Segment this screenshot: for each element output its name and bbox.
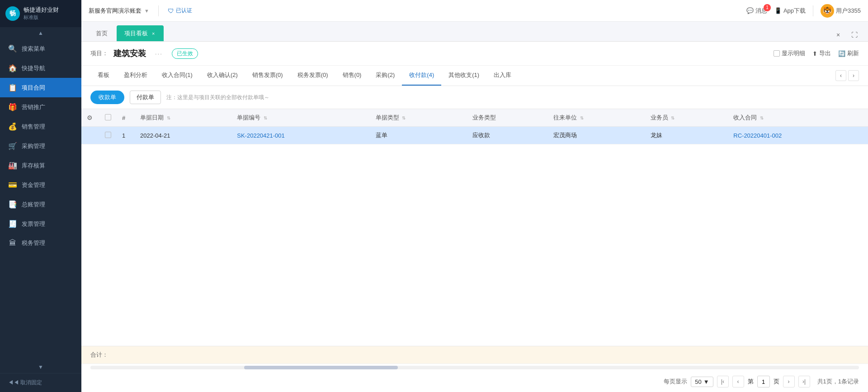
contract-icon: 📋 [8, 83, 17, 92]
export-btn[interactable]: ⬆ 导出 [812, 49, 831, 57]
project-header-actions: 显示明细 ⬆ 导出 🔄 刷新 [774, 49, 859, 57]
sidebar-item-contract[interactable]: 📋 项目合同 [0, 78, 81, 97]
prev-page-btn[interactable]: ‹ [732, 376, 744, 387]
subtab-income-contract[interactable]: 收入合同(1) [155, 66, 200, 86]
window-maximize-btn[interactable]: ⛶ [848, 29, 861, 41]
data-table: ⚙ # 单据日期 ⇅ 单据编号 [81, 109, 868, 144]
td-date: 2022-04-21 [135, 127, 231, 144]
first-page-icon: |‹ [721, 378, 724, 385]
sidebar-item-invoice[interactable]: 🧾 发票管理 [0, 214, 81, 234]
td-partner: 宏茂商场 [548, 127, 645, 144]
subtab-sales-invoice[interactable]: 销售发票(0) [245, 66, 290, 86]
pagination: 每页显示 50 ▼ |‹ ‹ 第 1 页 › [81, 371, 868, 392]
total-row: 合计： [81, 346, 868, 363]
search-icon: 🔍 [8, 44, 17, 53]
table-row: 1 2022-04-21 SK-20220421-001 蓝单 [81, 127, 868, 144]
project-name: 建筑安装 [113, 48, 146, 59]
td-code[interactable]: SK-20220421-001 [231, 127, 370, 144]
page-size-select[interactable]: 50 ▼ [691, 377, 713, 387]
th-date[interactable]: 单据日期 ⇅ [135, 109, 231, 127]
finance-icon: 💳 [8, 181, 17, 189]
topbar-divider2 [813, 5, 813, 16]
sidebar-item-tax[interactable]: 🏛 税务管理 [0, 234, 81, 253]
sidebar-item-sales[interactable]: 💰 销售管理 [0, 117, 81, 136]
tab-close-icon[interactable]: × [151, 30, 156, 37]
last-page-icon: ›| [802, 378, 806, 385]
th-partner[interactable]: 往来单位 ⇅ [548, 109, 645, 127]
project-more-btn[interactable]: ··· [155, 50, 163, 57]
scroll-up-btn[interactable]: ▲ [34, 29, 47, 37]
income-contract-link[interactable]: RC-20220401-002 [733, 132, 782, 139]
th-type[interactable]: 单据类型 ⇅ [370, 109, 467, 127]
tab-home[interactable]: 首页 [89, 26, 115, 41]
topbar: 新服务官网演示账套 ▼ 🛡 已认证 💬 消息 1 📱 App下载 🐯 用户335… [81, 0, 868, 22]
subtab-inout[interactable]: 出入库 [486, 66, 519, 86]
document-link[interactable]: SK-20220421-001 [237, 132, 285, 139]
subtab-receipt[interactable]: 收付款(4) [402, 66, 441, 86]
sidebar-item-inventory[interactable]: 🏭 库存核算 [0, 156, 81, 175]
subtab-prev-btn[interactable]: ‹ [835, 70, 846, 81]
shield-icon: 🛡 [168, 7, 174, 14]
subtab-income-confirm[interactable]: 收入确认(2) [200, 66, 245, 86]
window-close-btn[interactable]: × [832, 29, 844, 41]
sidebar-title: 畅捷通好业财 [24, 6, 59, 14]
sidebar-unpin-btn[interactable]: ◀◀ 取消固定 [0, 373, 81, 392]
table-header-row: ⚙ # 单据日期 ⇅ 单据编号 [81, 109, 868, 127]
message-btn[interactable]: 💬 消息 1 [746, 7, 767, 15]
row-checkbox[interactable] [105, 132, 111, 138]
scrollbar-thumb[interactable] [244, 366, 398, 369]
prev-page-icon: ‹ [737, 378, 739, 385]
show-detail-checkbox[interactable] [774, 50, 780, 57]
td-checkbox[interactable] [99, 127, 117, 144]
sidebar-item-search[interactable]: 🔍 搜索菜单 [0, 39, 81, 58]
subtab-sales[interactable]: 销售(0) [335, 66, 369, 86]
scrollbar-area [81, 363, 868, 371]
subtab-tax-invoice[interactable]: 税务发票(0) [290, 66, 335, 86]
td-type: 蓝单 [370, 127, 467, 144]
sidebar-scroll-down[interactable]: ▼ [0, 361, 81, 373]
td-num: 1 [117, 127, 135, 144]
ledger-icon: 📑 [8, 200, 17, 209]
user-avatar: 🐯 [821, 4, 834, 18]
settings-icon[interactable]: ⚙ [87, 114, 93, 121]
user-menu[interactable]: 🐯 用户3355 [821, 4, 861, 18]
sidebar-item-purchase[interactable]: 🛒 采购管理 [0, 136, 81, 156]
current-page-input[interactable]: 1 [757, 376, 770, 387]
next-page-btn[interactable]: › [783, 376, 795, 387]
scroll-down-btn[interactable]: ▼ [34, 363, 47, 371]
subtab-profit[interactable]: 盈利分析 [117, 66, 155, 86]
first-page-btn[interactable]: |‹ [717, 376, 729, 387]
last-page-btn[interactable]: ›| [798, 376, 810, 387]
sidebar-logo: 畅 [5, 6, 20, 21]
subtab-next-btn[interactable]: › [848, 70, 859, 81]
td-row-settings [81, 127, 99, 144]
type-sort-icon: ⇅ [402, 115, 406, 120]
th-code[interactable]: 单据编号 ⇅ [231, 109, 370, 127]
content-area: 项目： 建筑安装 ··· 已生效 显示明细 ⬆ 导出 🔄 刷新 [81, 42, 868, 392]
refresh-btn[interactable]: 🔄 刷新 [838, 49, 859, 57]
subtab-kanban[interactable]: 看板 [90, 66, 117, 86]
sidebar-item-finance[interactable]: 💳 资金管理 [0, 175, 81, 195]
tab-project-board[interactable]: 项目看板 × [117, 25, 164, 41]
subtab-other[interactable]: 其他收支(1) [441, 66, 486, 86]
project-label: 项目： [90, 49, 108, 57]
sidebar-header: 畅 畅捷通好业财 标准版 [0, 0, 81, 27]
th-salesperson[interactable]: 业务员 ⇅ [645, 109, 728, 127]
app-download-btn[interactable]: 📱 App下载 [774, 7, 806, 15]
tab-bar: 首页 项目看板 × × ⛶ [81, 22, 868, 42]
th-settings[interactable]: ⚙ [81, 109, 99, 127]
scrollbar-track[interactable] [90, 366, 859, 369]
th-income-contract[interactable]: 收入合同 ⇅ [728, 109, 868, 127]
receipt-btn[interactable]: 收款单 [90, 91, 124, 104]
sidebar-scroll-up[interactable]: ▲ [0, 27, 81, 39]
select-all-checkbox[interactable] [105, 114, 111, 120]
show-detail-toggle[interactable]: 显示明细 [774, 49, 805, 57]
td-income-contract[interactable]: RC-20220401-002 [728, 127, 868, 144]
chat-icon: 💬 [746, 7, 754, 14]
sidebar-item-ledger[interactable]: 📑 总账管理 [0, 195, 81, 214]
subtab-purchase[interactable]: 采购(2) [368, 66, 402, 86]
project-selector[interactable]: 新服务官网演示账套 ▼ [89, 7, 149, 15]
payment-btn[interactable]: 付款单 [130, 91, 161, 104]
sidebar-item-marketing[interactable]: 🎁 营销推广 [0, 97, 81, 117]
sidebar-item-quicknav[interactable]: 🏠 快捷导航 [0, 58, 81, 78]
